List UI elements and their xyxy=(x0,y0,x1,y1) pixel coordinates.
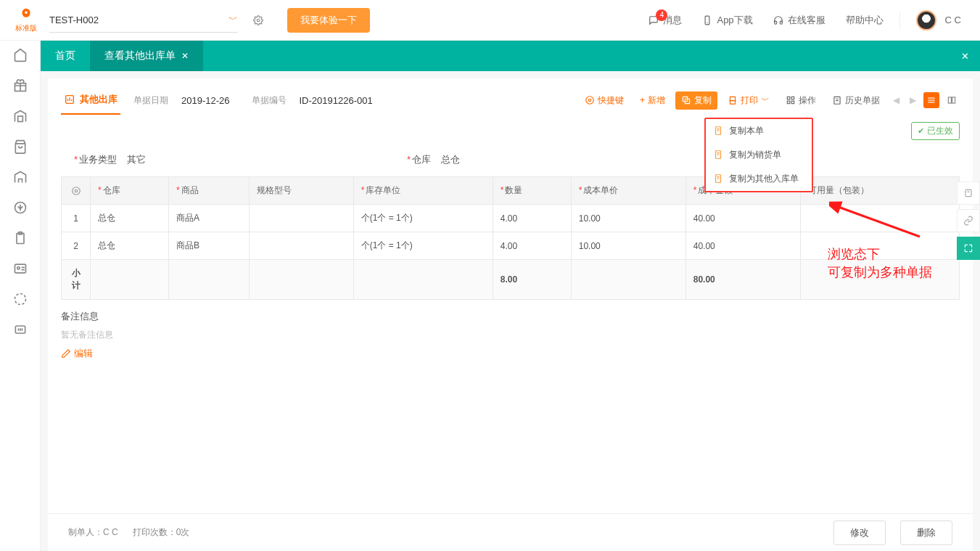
operate-button[interactable]: 操作 xyxy=(780,91,822,110)
modify-button[interactable]: 修改 xyxy=(833,521,886,545)
history-button[interactable]: 历史单据 xyxy=(826,91,886,110)
copy-this-item[interactable]: 复制本单 xyxy=(706,119,812,143)
trial-button[interactable]: 我要体验一下 xyxy=(287,8,370,33)
document-header: 其他出库 单据日期 2019-12-26 单据编号 ID-20191226-00… xyxy=(48,78,973,115)
edit-notes-button[interactable]: 编辑 xyxy=(61,347,960,360)
view-card-button[interactable] xyxy=(944,92,960,108)
user-menu[interactable]: C C xyxy=(916,10,961,30)
copy-to-other-in-item[interactable]: 复制为其他入库单 xyxy=(706,167,812,191)
form-header: *业务类型 其它 *仓库 总仓 xyxy=(48,140,973,176)
document-type-tab[interactable]: 其他出库 xyxy=(61,86,120,115)
online-service-button[interactable]: 在线客服 xyxy=(773,14,825,27)
items-table: *仓库 *商品 规格型号 *库存单位 *数量 *成本单价 *成本金额 可用量（包… xyxy=(61,176,960,300)
tabs-bar: 首页 查看其他出库单 ✕ ✕ xyxy=(41,41,980,71)
user-card-icon[interactable] xyxy=(13,261,28,276)
tab-home[interactable]: 首页 xyxy=(41,41,90,71)
svg-rect-19 xyxy=(791,97,794,99)
subtotal-label: 小计 xyxy=(62,260,91,300)
doc-icon xyxy=(713,174,723,184)
org-selector[interactable]: TEST-H002 ﹀ xyxy=(49,8,238,33)
table-row[interactable]: 1 总仓 商品A 个(1个 = 1个) 4.00 10.00 40.00 xyxy=(62,205,960,232)
bag-icon[interactable] xyxy=(13,139,28,154)
svg-point-32 xyxy=(72,187,80,195)
chevron-down-icon: ﹀ xyxy=(761,94,770,107)
row-index: 1 xyxy=(62,205,91,232)
help-center-button[interactable]: 帮助中心 xyxy=(846,14,884,27)
sync-icon[interactable] xyxy=(13,292,28,306)
grid-icon xyxy=(786,95,796,105)
operate-label: 操作 xyxy=(799,94,816,107)
copy-button[interactable]: 复制 xyxy=(675,91,717,110)
subtotal-qty: 8.00 xyxy=(493,260,571,300)
tab-current[interactable]: 查看其他出库单 ✕ xyxy=(90,41,203,71)
svg-point-10 xyxy=(15,294,25,305)
col-unit: *库存单位 xyxy=(353,177,493,205)
view-list-button[interactable] xyxy=(923,92,939,108)
next-record-button[interactable]: ▶ xyxy=(907,95,919,105)
prev-record-button[interactable]: ◀ xyxy=(890,95,902,105)
add-button[interactable]: + 新增 xyxy=(634,91,671,110)
note-tool-button[interactable] xyxy=(957,181,980,205)
tab-current-label: 查看其他出库单 xyxy=(104,49,176,62)
svg-point-31 xyxy=(75,189,78,192)
tab-home-label: 首页 xyxy=(55,49,75,62)
doc-no-label: 单据编号 xyxy=(252,94,287,107)
table-row[interactable]: 2 总仓 商品B 个(1个 = 1个) 4.00 10.00 40.00 xyxy=(62,232,960,260)
cell-warehouse: 总仓 xyxy=(91,232,169,260)
tab-close-icon[interactable]: ✕ xyxy=(181,51,189,61)
print-button[interactable]: 打印 ﹀ xyxy=(722,91,775,110)
tabs-close-all[interactable]: ✕ xyxy=(950,41,980,71)
app-download-label: App下载 xyxy=(717,14,752,27)
copy-to-sales-item[interactable]: 复制为销货单 xyxy=(706,143,812,167)
home-icon[interactable] xyxy=(13,48,28,62)
col-available: 可用量（包装） xyxy=(800,177,959,205)
online-service-label: 在线客服 xyxy=(788,14,825,27)
col-cost-price: *成本单价 xyxy=(571,177,685,205)
messages-badge: 4 xyxy=(656,9,667,21)
status-badge: 已生效 xyxy=(911,122,960,140)
settings-button[interactable] xyxy=(247,9,270,32)
cell-qty: 4.00 xyxy=(493,205,571,232)
org-name: TEST-H002 xyxy=(49,15,99,25)
cell-unit: 个(1个 = 1个) xyxy=(353,232,493,260)
cell-available xyxy=(800,232,959,260)
shortcut-button[interactable]: 快捷键 xyxy=(579,91,630,110)
clipboard-icon[interactable] xyxy=(13,231,28,245)
warehouse-icon[interactable] xyxy=(13,109,28,123)
cell-cost-price: 10.00 xyxy=(571,232,685,260)
table-header-row: *仓库 *商品 规格型号 *库存单位 *数量 *成本单价 *成本金额 可用量（包… xyxy=(62,177,960,205)
new-icon[interactable] xyxy=(13,322,28,337)
avatar xyxy=(916,10,936,30)
cell-product: 商品A xyxy=(168,205,249,232)
chevron-down-icon: ﹀ xyxy=(228,13,238,26)
svg-point-0 xyxy=(257,19,260,22)
app-download-button[interactable]: App下载 xyxy=(702,14,752,27)
expand-tool-button[interactable] xyxy=(957,237,980,260)
doc-icon xyxy=(713,150,723,160)
logo-icon xyxy=(18,7,34,23)
col-warehouse: *仓库 xyxy=(91,177,169,205)
warehouse-field: *仓库 总仓 xyxy=(407,153,460,166)
col-spec: 规格型号 xyxy=(249,177,353,205)
messages-button[interactable]: 消息 4 xyxy=(648,14,682,27)
building-icon[interactable] xyxy=(13,170,28,184)
copy-to-sales-label: 复制为销货单 xyxy=(729,149,781,161)
edition-label: 标准版 xyxy=(15,23,37,33)
history-icon xyxy=(832,95,842,105)
user-name: C C xyxy=(945,15,961,25)
brand-logo: 标准版 xyxy=(9,7,44,33)
link-tool-button[interactable] xyxy=(957,209,980,232)
gift-icon[interactable] xyxy=(13,78,28,93)
notes-section: 备注信息 暂无备注信息 编辑 xyxy=(48,300,973,370)
money-icon[interactable] xyxy=(13,200,28,215)
cell-spec xyxy=(249,205,353,232)
delete-button[interactable]: 删除 xyxy=(900,521,952,545)
svg-rect-18 xyxy=(787,97,790,99)
link-icon xyxy=(963,216,973,226)
svg-rect-34 xyxy=(965,189,971,196)
cell-warehouse: 总仓 xyxy=(91,205,169,232)
cell-cost-amount: 40.00 xyxy=(685,232,800,260)
col-settings[interactable] xyxy=(62,177,91,205)
cell-product: 商品B xyxy=(168,232,249,260)
svg-rect-4 xyxy=(17,116,22,122)
